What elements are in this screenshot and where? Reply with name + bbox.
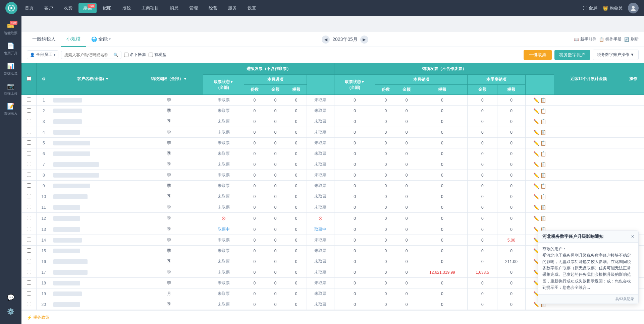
row-checkbox-cell[interactable] [22, 202, 37, 213]
row-checkbox[interactable] [27, 183, 31, 188]
nav-bookkeeping[interactable]: 记账 [98, 3, 116, 13]
row-checkbox-cell[interactable] [22, 224, 37, 235]
edit-icon[interactable]: ✏️ [533, 216, 539, 221]
nav-message[interactable]: 消息 [165, 3, 183, 13]
fullscreen-btn[interactable]: ⛶ 全屏 [583, 5, 597, 11]
edit-icon[interactable]: ✏️ [533, 183, 539, 189]
row-checkbox[interactable] [27, 162, 31, 166]
row-checkbox-cell[interactable] [22, 148, 37, 159]
edit-icon[interactable]: ✏️ [533, 140, 539, 146]
tab-all[interactable]: 🌐 全能 ▾ [86, 32, 116, 47]
row-checkbox-cell[interactable] [22, 95, 37, 106]
row-checkbox-cell[interactable] [22, 267, 37, 278]
copy-icon[interactable]: 📋 [540, 151, 546, 156]
employee-filter[interactable]: 👤 全部员工 ▾ [27, 50, 58, 59]
copy-icon[interactable]: 📋 [540, 173, 546, 178]
nav-home[interactable]: 首页 [20, 3, 38, 13]
row-checkbox-cell[interactable] [22, 116, 37, 127]
row-checkbox[interactable] [27, 140, 31, 145]
new-guide-btn[interactable]: 📖 新手引导 [574, 37, 596, 42]
search-input[interactable] [64, 53, 112, 57]
row-checkbox-cell[interactable] [22, 213, 37, 224]
has-taxdisk-checkbox[interactable] [149, 53, 153, 57]
tax-operation-btn[interactable]: 税务数字账户操作 ▼ [593, 50, 639, 60]
member-btn[interactable]: 👑 购会员 [603, 5, 623, 11]
row-checkbox-cell[interactable] [22, 278, 37, 288]
row-checkbox[interactable] [27, 205, 31, 209]
notification-close-btn[interactable]: ✕ [631, 234, 634, 239]
copy-icon[interactable]: 📋 [540, 183, 546, 189]
nav-tax[interactable]: 报税 [117, 3, 136, 13]
nav-invoice[interactable]: 票据 new [78, 3, 97, 13]
edit-icon[interactable]: ✏️ [533, 173, 539, 178]
refresh-btn[interactable]: 🔄 刷新 [624, 37, 639, 42]
row-checkbox[interactable] [27, 151, 31, 155]
period-next-btn[interactable]: ▶ [360, 36, 368, 44]
row-checkbox-cell[interactable] [22, 138, 37, 148]
own-accounts-checkbox[interactable] [124, 53, 128, 57]
copy-icon[interactable]: 📋 [540, 130, 546, 135]
edit-icon[interactable]: ✏️ [533, 194, 539, 199]
row-checkbox-cell[interactable] [22, 106, 37, 116]
nav-service[interactable]: 服务 [223, 3, 241, 13]
nav-customer[interactable]: 客户 [40, 3, 58, 13]
row-checkbox-cell[interactable] [22, 159, 37, 170]
avatar[interactable] [628, 3, 639, 13]
tab-general-taxpayer[interactable]: 一般纳税人 [27, 32, 61, 47]
edit-icon[interactable]: ✏️ [533, 130, 539, 135]
sidebar-item-summary[interactable]: 📊 票据汇总 [0, 59, 21, 79]
th-checkbox[interactable] [22, 63, 37, 95]
copy-icon[interactable]: 📋 [540, 140, 546, 146]
row-checkbox[interactable] [27, 119, 31, 123]
row-checkbox[interactable] [27, 108, 31, 113]
checkbox-has-taxdisk[interactable]: 有税盘 [149, 52, 166, 58]
row-checkbox-cell[interactable] [22, 256, 37, 267]
row-checkbox-cell[interactable] [22, 299, 37, 310]
nav-settings[interactable]: 设置 [243, 3, 261, 13]
tab-small-scale[interactable]: 小规模 [61, 32, 86, 47]
policy-link[interactable]: ⚡ 税务政策 [27, 315, 49, 320]
nav-business[interactable]: 工商项目 [137, 3, 164, 13]
search-box[interactable]: 🔍 [61, 51, 121, 59]
nav-manage[interactable]: 管理 [184, 3, 203, 13]
nav-fee[interactable]: 收费 [59, 3, 77, 13]
checkbox-own-accounts[interactable]: 名下帐套 [124, 52, 146, 58]
th-settings[interactable]: ⚙ [36, 63, 51, 95]
sidebar-item-scan[interactable]: 📷 扫描上传 [0, 79, 21, 99]
copy-icon[interactable]: 📋 [540, 98, 546, 103]
row-checkbox[interactable] [27, 130, 31, 134]
edit-icon[interactable]: ✏️ [533, 205, 539, 210]
nav-operation[interactable]: 经营 [204, 3, 222, 13]
row-checkbox-cell[interactable] [22, 127, 37, 138]
copy-icon[interactable]: 📋 [540, 162, 546, 167]
row-checkbox[interactable] [27, 173, 31, 177]
one-key-btn[interactable]: 一键取票 [524, 50, 552, 60]
row-checkbox-cell[interactable] [22, 191, 37, 202]
sidebar-item-entry[interactable]: 📝 票据录入 [0, 99, 21, 119]
sidebar-item-openinvoice[interactable]: 📄 发票开具 [0, 39, 21, 59]
row-checkbox-cell[interactable] [22, 170, 37, 181]
row-checkbox[interactable] [27, 98, 31, 102]
copy-icon[interactable]: 📋 [540, 108, 546, 114]
row-checkbox-cell[interactable] [22, 246, 37, 256]
copy-icon[interactable]: 📋 [540, 216, 546, 221]
row-checkbox[interactable] [27, 280, 31, 285]
edit-icon[interactable]: ✏️ [533, 162, 539, 167]
row-checkbox[interactable] [27, 194, 31, 198]
row-checkbox[interactable] [27, 216, 31, 220]
sidebar-item-chat[interactable]: 💬 [0, 290, 21, 305]
copy-icon[interactable]: 📋 [540, 119, 546, 124]
row-checkbox-cell[interactable] [22, 288, 37, 299]
period-prev-btn[interactable]: ◀ [322, 36, 330, 44]
select-all-checkbox[interactable] [27, 76, 31, 81]
row-checkbox[interactable] [27, 248, 31, 253]
copy-icon[interactable]: 📋 [540, 194, 546, 199]
sidebar-item-smartticket[interactable]: 🎫 智能取票 new [0, 19, 21, 39]
copy-icon[interactable]: 📋 [540, 205, 546, 210]
row-checkbox[interactable] [27, 238, 31, 242]
edit-icon[interactable]: ✏️ [533, 98, 539, 103]
manual-btn[interactable]: 📋 操作手册 [599, 37, 622, 42]
edit-icon[interactable]: ✏️ [533, 151, 539, 156]
row-checkbox[interactable] [27, 270, 31, 274]
row-checkbox[interactable] [27, 302, 31, 306]
